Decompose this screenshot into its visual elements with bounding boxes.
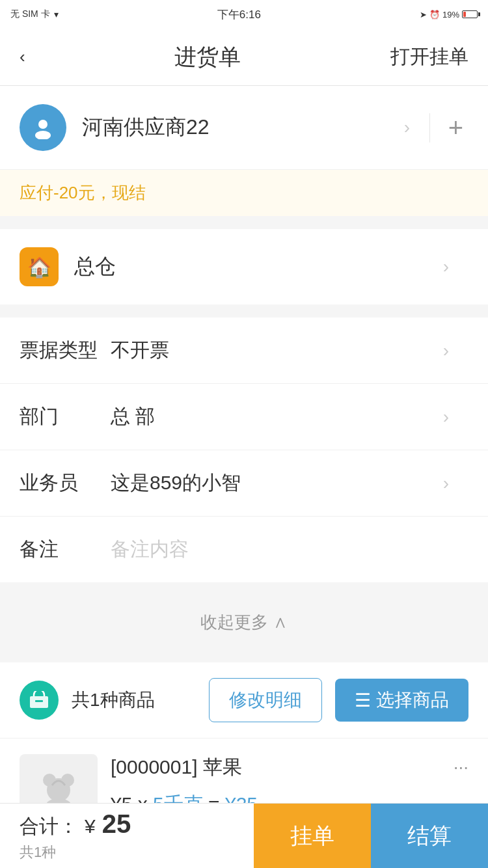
battery-icon [462, 10, 478, 18]
supplier-section: 河南供应商22 › + 应付-20元，现结 [0, 86, 488, 216]
pending-button[interactable]: 挂单 [254, 804, 371, 868]
status-right: ➤ ⏰ 19% [420, 10, 478, 20]
pending-label: 挂单 [290, 821, 334, 851]
nav-bar: ‹ 进货单 打开挂单 [0, 29, 488, 86]
invoice-type-label: 票据类型 [20, 337, 98, 364]
supplier-row[interactable]: 河南供应商22 › + [0, 86, 488, 170]
warehouse-row[interactable]: 🏠 总仓 › [0, 229, 488, 305]
product-more-button[interactable]: ··· [454, 754, 468, 778]
product-title: 苹果 [203, 756, 242, 778]
total-amount: 25 [102, 809, 131, 839]
total-main: 合计： ¥ 25 [20, 809, 234, 840]
wifi-icon: ▾ [54, 9, 59, 20]
svg-rect-3 [35, 700, 43, 702]
total-section: 合计： ¥ 25 共1种 [0, 804, 254, 868]
total-label: 合计： [20, 813, 78, 840]
settle-label: 结算 [407, 821, 452, 851]
remark-label: 备注 [20, 536, 98, 563]
status-time: 下午6:16 [217, 7, 261, 22]
salesperson-value: 这是859的小智 [111, 470, 443, 496]
select-product-icon: ☰ [355, 690, 371, 711]
status-bar: 无 SIM 卡 ▾ 下午6:16 ➤ ⏰ 19% [0, 0, 488, 29]
warehouse-section: 🏠 总仓 › [0, 229, 488, 305]
select-product-button[interactable]: ☰ 选择商品 [335, 679, 468, 722]
product-name: [0000001] 苹果 [111, 754, 441, 781]
edit-detail-button[interactable]: 修改明细 [209, 678, 322, 722]
remark-value[interactable]: 备注内容 [111, 536, 468, 563]
back-button[interactable]: ‹ [20, 47, 25, 67]
salesperson-chevron-icon: › [443, 473, 449, 494]
product-count-text: 共1种商品 [72, 688, 196, 712]
department-label: 部门 [20, 403, 98, 430]
department-row[interactable]: 部门 总 部 › [0, 384, 488, 450]
invoice-type-value: 不开票 [111, 337, 443, 364]
department-chevron-icon: › [443, 407, 449, 427]
collapse-button[interactable]: 收起更多 ∧ [0, 595, 488, 649]
total-sub: 共1种 [20, 843, 234, 862]
product-section-icon [20, 681, 59, 720]
department-value: 总 部 [111, 403, 443, 430]
select-product-label: 选择商品 [376, 688, 449, 712]
warehouse-chevron-icon: › [443, 256, 449, 277]
page-title: 进货单 [174, 42, 241, 72]
supplier-name: 河南供应商22 [82, 113, 404, 142]
carrier-text: 无 SIM 卡 [10, 8, 50, 20]
warehouse-name: 总仓 [74, 252, 443, 281]
total-prefix: ¥ [85, 815, 96, 837]
add-supplier-button[interactable]: + [429, 113, 468, 142]
svg-point-0 [38, 120, 47, 129]
product-id: [0000001] [111, 756, 197, 778]
status-left: 无 SIM 卡 ▾ [10, 8, 59, 20]
svg-point-5 [43, 774, 56, 787]
product-header: 共1种商品 修改明细 ☰ 选择商品 [0, 662, 488, 738]
notice-bar: 应付-20元，现结 [0, 170, 488, 216]
supplier-chevron-icon: › [404, 117, 410, 138]
svg-point-6 [61, 774, 74, 787]
invoice-chevron-icon: › [443, 340, 449, 361]
open-pending-button[interactable]: 打开挂单 [390, 44, 468, 70]
settle-button[interactable]: 结算 [371, 804, 488, 868]
notice-text: 应付-20元，现结 [20, 183, 146, 202]
salesperson-row[interactable]: 业务员 这是859的小智 › [0, 450, 488, 517]
salesperson-label: 业务员 [20, 470, 98, 496]
warehouse-icon: 🏠 [20, 247, 59, 286]
battery-text: 19% [442, 10, 459, 20]
invoice-type-row[interactable]: 票据类型 不开票 › [0, 318, 488, 384]
svg-point-1 [35, 131, 51, 139]
collapse-text: 收起更多 ∧ [200, 611, 287, 634]
location-icon: ➤ [420, 10, 427, 20]
bottom-bar: 合计： ¥ 25 共1种 挂单 结算 [0, 803, 488, 868]
supplier-avatar [20, 104, 66, 151]
form-section: 票据类型 不开票 › 部门 总 部 › 业务员 这是859的小智 › 备注 备注… [0, 318, 488, 582]
alarm-icon: ⏰ [429, 10, 440, 20]
remark-row[interactable]: 备注 备注内容 [0, 517, 488, 582]
